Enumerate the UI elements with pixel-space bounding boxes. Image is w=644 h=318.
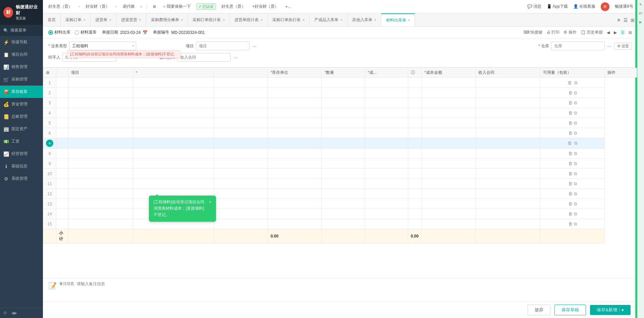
sidebar-search[interactable]: 🔍 搜索菜单: [0, 25, 43, 36]
tab-home[interactable]: 首页: [43, 13, 61, 27]
copy-row-btn[interactable]: ⧉: [573, 100, 578, 106]
sidebar-item-basic-info[interactable]: ℹ 基础信息: [0, 160, 43, 172]
delete-row-btn[interactable]: 🗑: [568, 150, 573, 157]
topbar-more[interactable]: +...: [284, 4, 292, 9]
print-btn[interactable]: 🖨 打印: [546, 30, 559, 35]
copy-row-btn[interactable]: ⧉: [573, 90, 578, 96]
prev-btn[interactable]: ◀: [607, 30, 610, 35]
user-avatar[interactable]: 财: [601, 2, 609, 11]
copy-row-btn[interactable]: ⧉: [573, 120, 578, 126]
delete-row-btn[interactable]: 🗑: [568, 120, 573, 126]
sidebar-item-operations[interactable]: 📈 经营管理: [0, 148, 43, 160]
copy-row-btn[interactable]: ⧉: [573, 160, 578, 167]
topbar-haoshengyi2[interactable]: 好生意（普）: [220, 4, 247, 9]
tab-purchase-order[interactable]: 采购订单×: [61, 13, 91, 27]
delete-row-btn[interactable]: 🗑: [568, 170, 573, 177]
income-contract-input[interactable]: [177, 53, 231, 62]
income-contract-dots-btn[interactable]: ···: [233, 55, 237, 60]
topbar-settings[interactable]: ⚙: [151, 4, 158, 9]
copy-row-btn[interactable]: ⧉: [574, 80, 578, 86]
project-dots-btn[interactable]: ···: [252, 43, 256, 49]
sidebar-item-quick-nav[interactable]: ⚡ 快捷导航: [0, 36, 43, 48]
tab-return[interactable]: 进退货货×: [116, 13, 146, 27]
settings-gear-icon[interactable]: ⚙: [3, 311, 7, 315]
right-sidebar-tag-btn[interactable]: 🏷: [638, 11, 644, 17]
tab-receipt-stats[interactable]: 进货单统计表×: [230, 13, 268, 27]
calendar-icon[interactable]: 📅: [143, 30, 148, 35]
copy-row-btn[interactable]: ⧉: [574, 140, 578, 147]
delete-row-btn[interactable]: 🗑: [568, 221, 573, 227]
add-row-btn[interactable]: +: [46, 140, 53, 147]
cell-cost-amount[interactable]: [408, 78, 421, 88]
delete-row-btn[interactable]: 🗑: [568, 160, 573, 167]
cell-cost[interactable]: [322, 78, 365, 88]
delete-row-btn[interactable]: 🗑: [568, 110, 573, 116]
warehouse-input[interactable]: [551, 42, 605, 50]
tab-receipt[interactable]: 进货单×: [91, 13, 116, 27]
copy-row-btn[interactable]: ⧉: [573, 110, 578, 116]
copy-row-btn[interactable]: ⧉: [573, 221, 578, 227]
project-input[interactable]: [196, 42, 250, 50]
username[interactable]: 畅捷通8号: [615, 4, 633, 9]
radio-material-out[interactable]: 材料出库: [48, 30, 70, 35]
col-settings[interactable]: ⚙: [43, 68, 56, 78]
topbar-try[interactable]: ○ 我要体验一下: [162, 4, 192, 9]
copy-row-btn[interactable]: ⧉: [573, 211, 578, 217]
list-view-btn[interactable]: ⊞: [629, 30, 632, 35]
tab-close-all[interactable]: ✕: [617, 17, 621, 23]
delete-row-btn[interactable]: 🗑: [568, 211, 573, 217]
delete-row-btn[interactable]: 🗑: [568, 180, 573, 187]
delete-row-btn[interactable]: 🗑: [568, 191, 573, 197]
sidebar-item-purchase[interactable]: 🛒 采购管理: [0, 73, 43, 86]
delete-row-btn[interactable]: 🗑: [568, 130, 573, 136]
copy-row-btn[interactable]: ⧉: [573, 201, 578, 207]
operation-btn[interactable]: ⚙ 操作: [564, 30, 576, 35]
tab-material-out[interactable]: 材料出库单×: [381, 13, 415, 27]
tooltip-close-btn[interactable]: ×: [209, 199, 211, 205]
sidebar-item-inventory[interactable]: 📦 库存核算: [0, 86, 43, 98]
delete-row-btn[interactable]: 🗑: [567, 80, 573, 86]
save-draft-btn[interactable]: 保存草稿: [554, 305, 586, 315]
tab-purchase-expense[interactable]: 采购费用分摊单×: [146, 13, 188, 27]
shortcut-btn[interactable]: ⌨ 快捷键: [524, 30, 542, 35]
topbar-haoyecai2[interactable]: +好业财（普）: [251, 4, 280, 9]
grid-view-btn[interactable]: ☰: [621, 30, 625, 35]
cell-material[interactable]: [68, 78, 133, 88]
delete-row-btn[interactable]: 🗑: [568, 201, 573, 207]
delete-row-btn[interactable]: 🗑: [568, 100, 573, 106]
app-download-btn[interactable]: 📱 App下载: [547, 4, 568, 9]
topbar-haoshengyi[interactable]: 好生意（普）: [47, 4, 74, 9]
topbar-haoyecai[interactable]: 好业财（普）: [84, 4, 111, 9]
right-sidebar-green-btn[interactable]: ▶: [638, 20, 644, 26]
cell-income[interactable]: [421, 78, 475, 88]
copy-row-btn[interactable]: ⧉: [573, 191, 578, 197]
sidebar-item-sales[interactable]: 📊 销售管理: [0, 61, 43, 73]
warehouse-dots-btn[interactable]: ···: [607, 43, 611, 49]
history-btn[interactable]: 📋 历史单据: [581, 30, 603, 35]
copy-row-btn[interactable]: ⧉: [573, 130, 578, 137]
sidebar-item-ledger[interactable]: 📒 总账管理: [0, 110, 43, 123]
tab-other-in[interactable]: 其他入库单×: [347, 13, 381, 27]
cell-spec[interactable]: [133, 78, 214, 88]
tab-layout2[interactable]: ⊞: [631, 17, 635, 23]
next-btn[interactable]: ▶: [614, 30, 617, 35]
collapse-icon[interactable]: ◀▶: [11, 311, 17, 315]
delete-row-btn[interactable]: 🗑: [568, 90, 573, 96]
form-settings-btn[interactable]: ⚙ 设置: [614, 43, 632, 50]
online-service-btn[interactable]: 👤 在线客服: [573, 4, 595, 9]
col-cost-info[interactable]: ⓘ: [408, 68, 421, 78]
cell-unit[interactable]: [214, 78, 268, 88]
date-value[interactable]: 2023-03-24: [120, 30, 141, 35]
cell-quantity[interactable]: [268, 78, 322, 88]
topbar-yidaizhang[interactable]: 易代账: [121, 4, 136, 9]
right-sidebar-edit-btn[interactable]: ✎: [638, 3, 644, 9]
tab-product-in[interactable]: 产成品入库单×: [310, 13, 347, 27]
radio-material-return[interactable]: 材料退库: [74, 30, 97, 35]
dropdown-arrow-icon[interactable]: ▾: [619, 308, 624, 313]
copy-row-btn[interactable]: ⧉: [573, 180, 578, 187]
sidebar-item-finance[interactable]: 💰 资金管理: [0, 98, 43, 110]
delete-row-btn[interactable]: 🗑: [567, 140, 573, 146]
business-type-input[interactable]: [69, 42, 136, 50]
sidebar-item-project[interactable]: 📋 项目合同: [0, 48, 43, 61]
abandon-btn[interactable]: 放弃: [528, 305, 550, 315]
